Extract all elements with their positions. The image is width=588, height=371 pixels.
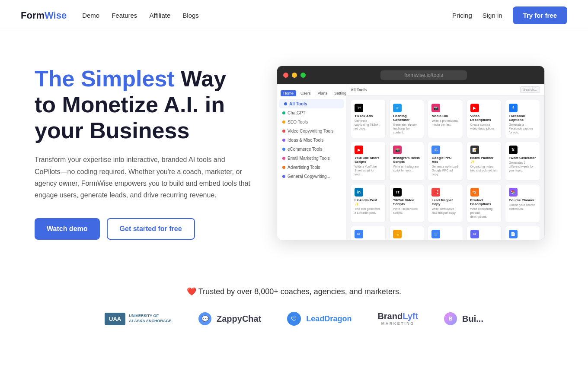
tool-media-bio: 📷 Media Bio Write a professional media b… — [428, 100, 463, 138]
sidebar-ecommerce: eCommerce Tools — [277, 145, 346, 154]
uaa-name: UNIVERSITY OFALASKA ANCHORAGE. — [129, 314, 173, 323]
tool-lead-magnet: 🧲 Lead Magnet Copy Write persuasive lead… — [428, 184, 463, 222]
nav-signin[interactable]: Sign in — [483, 12, 502, 19]
tool-yt-shorts: ▶ YouTube Short Scripts Write a YouTube … — [351, 142, 386, 180]
tool-course-planner: 📚 Course Planner Outline your course cur… — [505, 184, 540, 222]
hero-right: formwise.io/tools Home Users Plans Setti… — [268, 66, 553, 240]
sidebar-chatgpt: ChatGPT — [277, 108, 346, 117]
nav-link-demo[interactable]: Demo — [82, 12, 99, 19]
leaddragon-icon: 🛡 — [287, 312, 301, 326]
tool-notes-planner: 📝 Notes Planner ✨ Organizing notes into … — [467, 142, 502, 180]
window-maximize-dot — [300, 73, 306, 78]
bu-icon: B — [444, 312, 457, 325]
nav-right: Pricing Sign in Try for free — [452, 6, 567, 24]
tool-product-desc: 🛍 Product Descriptions Write compelling … — [467, 184, 502, 222]
watch-demo-button[interactable]: Watch demo — [35, 218, 100, 240]
window-close-dot — [283, 73, 288, 78]
nav-link-affiliate[interactable]: Affiliate — [149, 12, 170, 19]
hero-title: The Simplest Way to Monetize A.I. in you… — [35, 66, 251, 143]
try-for-free-button[interactable]: Try for free — [513, 6, 567, 24]
tool-tiktok-scripts: Tt TikTok Video Scripts Write TikTok vid… — [389, 184, 424, 222]
hero-title-line3: your Business — [35, 118, 189, 143]
tool-subject-lines: ✉ Email Subject Lines ✨ Write highly ema… — [467, 226, 502, 240]
screenshot-main: All Tools Search... Tt TikTok Ads Genera… — [346, 84, 544, 240]
trust-logos-row: UAA UNIVERSITY OFALASKA ANCHORAGE. 💬 Zap… — [17, 312, 571, 326]
uaa-badge: UAA — [105, 313, 125, 325]
logo-form: Form — [21, 10, 45, 21]
hero-title-line2: to Monetize A.I. in — [35, 92, 225, 117]
ss-breadcrumb-all-tools: All Tools — [351, 88, 367, 92]
screenshot-sidebar: Home Users Plans Settings All Tools Chat… — [277, 84, 346, 240]
logo-wise: Wise — [45, 10, 67, 21]
trust-text: ❤️ Trusted by over 8,000+ coaches, agenc… — [17, 287, 571, 296]
nav-left: Form Wise Demo Features Affiliate Blogs — [21, 10, 199, 21]
nav-link-features[interactable]: Features — [112, 12, 137, 19]
trust-logo-bu: B Bui... — [444, 312, 483, 325]
trust-logo-uaa: UAA UNIVERSITY OFALASKA ANCHORAGE. — [105, 313, 173, 325]
tool-cold-email: ✉ Cold Email Scripts Generate a cold ema… — [351, 226, 386, 240]
tool-google-ppc: G Google PPC Ads Generate optimized Goog… — [428, 142, 463, 180]
navbar: Form Wise Demo Features Affiliate Blogs … — [0, 0, 588, 31]
tool-welcome-series: 👋 Welcome Series Emails Generate welcome… — [389, 226, 424, 240]
ss-search-box: Search... — [520, 86, 540, 93]
tab-home: Home — [281, 90, 296, 96]
trust-logo-zappychat: 💬 ZappyChat — [198, 312, 261, 325]
window-minimize-dot — [292, 73, 297, 78]
hero-title-blue: The Simplest — [35, 66, 175, 91]
app-screenshot: formwise.io/tools Home Users Plans Setti… — [277, 66, 545, 240]
logo[interactable]: Form Wise — [21, 10, 67, 21]
brandlyft-sub: MARKETING — [377, 321, 418, 326]
screenshot-titlebar: formwise.io/tools — [277, 66, 544, 84]
tool-linkedin: in LinkedIn Post ✨ This tool generates a… — [351, 184, 386, 222]
sidebar-video: Video Copywriting Tools — [277, 127, 346, 136]
screenshot-inner: Home Users Plans Settings All Tools Chat… — [277, 84, 544, 240]
hero-title-way: Way — [181, 66, 226, 91]
hero-buttons: Watch demo Get started for free — [35, 218, 251, 240]
nav-pricing[interactable]: Pricing — [452, 12, 472, 19]
zappychat-icon: 💬 — [198, 312, 211, 325]
sidebar-all-tools: All Tools — [279, 99, 344, 108]
tool-tiktok-ads: Tt TikTok Ads Generate captivating TikTo… — [351, 100, 386, 138]
brandlyft-name: BrandLyft — [377, 312, 418, 320]
leaddragon-name: LeadDragon — [306, 314, 352, 323]
tools-grid: Tt TikTok Ads Generate captivating TikTo… — [346, 95, 544, 240]
trust-logo-brandlyft: BrandLyft MARKETING — [377, 312, 418, 326]
nav-link-blogs[interactable]: Blogs — [182, 12, 199, 19]
bu-name: Bui... — [462, 314, 483, 324]
sidebar-seo: SEO Tools — [277, 117, 346, 127]
tool-tweet-gen: 𝕏 Tweet Generator Generates 5 different … — [505, 142, 540, 180]
get-started-button[interactable]: Get started for free — [107, 218, 195, 240]
tool-video-desc: ▶ Video Descriptions Create concise vide… — [467, 100, 502, 138]
hero-section: The Simplest Way to Monetize A.I. in you… — [0, 31, 588, 266]
sidebar-email: Email Marketing Tools — [277, 154, 346, 163]
trust-logo-leaddragon: 🛡 LeadDragon — [287, 312, 352, 326]
zappychat-name: ZappyChat — [217, 314, 261, 324]
tool-abandoned-cart: 🛒 Abandoned Cart Emails Generate abandon… — [428, 226, 463, 240]
trust-emoji: ❤️ — [187, 287, 196, 296]
nav-links: Demo Features Affiliate Blogs — [82, 12, 199, 19]
trust-message: Trusted by over 8,000+ coaches, agencies… — [198, 287, 401, 296]
sidebar-advertising: Advertising Tools — [277, 163, 346, 172]
sidebar-dot-all — [284, 102, 287, 105]
tool-ig-reels: 📸 Instagram Reels Scripts Write an Insta… — [389, 142, 424, 180]
trust-section: ❤️ Trusted by over 8,000+ coaches, agenc… — [0, 266, 588, 343]
sidebar-general: General Copywriting... — [277, 172, 346, 181]
tab-users: Users — [298, 90, 313, 96]
tool-fb-captions: f Facebook Captions Generate a Facebook … — [505, 100, 540, 138]
tool-hashtag: # Hashtag Generator Generate relevant ha… — [389, 100, 424, 138]
sidebar-ideas: Ideas & Misc Tools — [277, 136, 346, 145]
titlebar-url: formwise.io/tools — [380, 70, 467, 80]
tab-plans: Plans — [315, 90, 330, 96]
hero-description: Transform your expertise into interactiv… — [35, 154, 251, 201]
tool-transcript: 📄 Transcript to Article Write persuasive… — [505, 226, 540, 240]
hero-left: The Simplest Way to Monetize A.I. in you… — [35, 66, 251, 240]
